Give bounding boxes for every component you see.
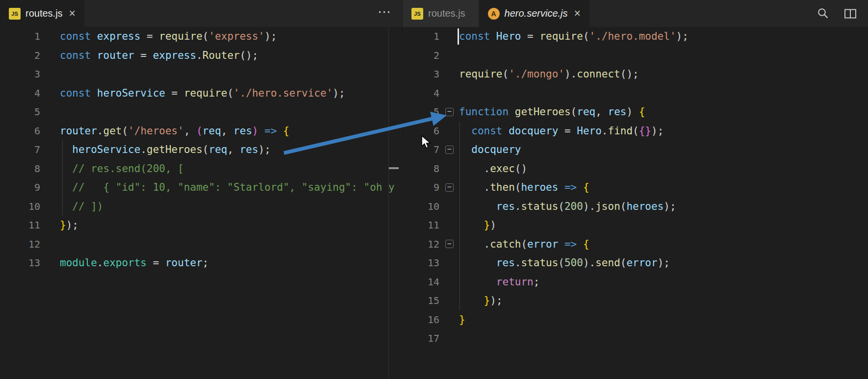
code-text: }); — [459, 295, 503, 306]
js-file-icon: JS — [9, 8, 21, 20]
code-text: function getHeroes(req, res) { — [459, 106, 645, 118]
code-line[interactable]: 11 }) — [403, 216, 868, 235]
code-text: .catch(error => { — [459, 238, 589, 250]
left-code-area[interactable]: 1const express = require('express');2con… — [0, 27, 402, 379]
code-line[interactable]: 1const express = require('express'); — [0, 27, 402, 46]
code-line[interactable]: 2const router = express.Router(); — [0, 46, 402, 65]
fold-collapse-icon[interactable]: − — [439, 240, 459, 248]
search-icon[interactable] — [817, 7, 830, 20]
code-line[interactable]: 9 // { "id": 10, "name": "Starlord", "sa… — [0, 178, 402, 197]
code-line[interactable]: 8 .exec() — [403, 159, 868, 178]
code-text: router.get('/heroes', (req, res) => { — [60, 125, 289, 137]
scrollbar[interactable] — [388, 27, 389, 379]
line-number: 10 — [0, 201, 40, 212]
code-line[interactable]: 6 const docquery = Hero.find({}); — [403, 122, 868, 141]
code-line[interactable]: 5−function getHeroes(req, res) { — [403, 102, 868, 122]
line-number: 5 — [403, 106, 439, 118]
line-number: 14 — [403, 276, 439, 288]
code-text: heroService.getHeroes(req, res); — [60, 144, 271, 155]
line-number: 11 — [0, 219, 40, 231]
code-line[interactable]: 15 }); — [403, 291, 868, 310]
code-text: const heroService = require('./hero.serv… — [60, 87, 345, 99]
line-number: 10 — [403, 201, 439, 212]
line-number: 9 — [0, 181, 40, 193]
code-line[interactable]: 4const heroService = require('./hero.ser… — [0, 84, 402, 103]
js-file-icon: JS — [411, 8, 423, 20]
line-number: 9 — [403, 181, 439, 193]
code-text: const router = express.Router(); — [60, 50, 258, 61]
line-number: 6 — [403, 125, 439, 137]
code-text: // { "id": 10, "name": "Starlord", "sayi… — [60, 181, 395, 193]
tab-routes-js[interactable]: JSroutes.js — [403, 0, 479, 27]
code-line[interactable]: 8 // res.send(200, [ — [0, 159, 402, 178]
right-code-area[interactable]: 1const Hero = require('./hero.model');23… — [403, 27, 868, 379]
code-text: .then(heroes => { — [459, 181, 589, 193]
right-editor-group: JSroutes.jsAhero.service.js× — [402, 0, 868, 379]
code-text: // res.send(200, [ — [60, 163, 184, 175]
code-line[interactable]: 16} — [403, 310, 868, 329]
line-number: 16 — [403, 314, 439, 326]
line-number: 3 — [403, 68, 439, 80]
line-number: 12 — [403, 238, 439, 250]
scrollbar-thumb[interactable] — [389, 167, 399, 169]
code-line[interactable]: 3 — [0, 65, 402, 84]
code-line[interactable]: 10 // ]) — [0, 197, 402, 216]
code-line[interactable]: 3require('./mongo').connect(); — [403, 65, 868, 84]
code-line[interactable]: 9− .then(heroes => { — [403, 178, 868, 197]
code-line[interactable]: 4 — [403, 84, 868, 103]
code-text: const express = require('express'); — [60, 30, 277, 42]
fold-minus-icon: − — [445, 240, 454, 248]
line-number: 6 — [0, 125, 40, 137]
tab-routes-js[interactable]: JSroutes.js× — [0, 0, 85, 27]
code-text: require('./mongo').connect(); — [459, 68, 639, 80]
line-number: 7 — [0, 144, 40, 155]
fold-minus-icon: − — [445, 146, 454, 154]
line-number: 4 — [0, 87, 40, 99]
code-text: res.status(500).send(error); — [459, 257, 670, 269]
fold-collapse-icon[interactable]: − — [439, 108, 459, 116]
line-number: 13 — [403, 257, 439, 269]
indent-guide — [460, 122, 460, 310]
tab-hero-service-js[interactable]: Ahero.service.js× — [479, 0, 590, 27]
code-text: module.exports = router; — [60, 257, 208, 269]
line-number: 17 — [403, 332, 439, 344]
code-line[interactable]: 13module.exports = router; — [0, 253, 402, 273]
code-line[interactable]: 6router.get('/heroes', (req, res) => { — [0, 122, 402, 141]
fold-collapse-icon[interactable]: − — [439, 146, 459, 154]
close-icon[interactable]: × — [68, 8, 77, 19]
text-caret — [458, 28, 459, 45]
line-number: 4 — [403, 87, 439, 99]
line-number: 3 — [0, 68, 40, 80]
line-number: 1 — [403, 30, 439, 42]
code-line[interactable]: 7− docquery — [403, 140, 868, 159]
code-text: }); — [60, 219, 78, 231]
line-number: 15 — [403, 295, 439, 306]
line-number: 8 — [403, 163, 439, 175]
code-line[interactable]: 14 return; — [403, 273, 868, 292]
code-text: .exec() — [459, 163, 527, 175]
split-editor-icon[interactable] — [843, 7, 857, 20]
fold-collapse-icon[interactable]: − — [439, 183, 459, 192]
close-icon[interactable]: × — [573, 8, 582, 19]
code-line[interactable]: 5 — [0, 102, 402, 122]
code-line[interactable]: 13 res.status(500).send(error); — [403, 253, 868, 273]
line-number: 7 — [403, 144, 439, 155]
code-line[interactable]: 17 — [403, 329, 868, 348]
code-line[interactable]: 1const Hero = require('./hero.model'); — [403, 27, 868, 46]
code-line[interactable]: 2 — [403, 46, 868, 65]
code-text: // ]) — [60, 201, 103, 212]
code-line[interactable]: 7 heroService.getHeroes(req, res); — [0, 140, 402, 159]
code-text: const docquery = Hero.find({}); — [459, 125, 664, 137]
code-line[interactable]: 12− .catch(error => { — [403, 235, 868, 254]
line-number: 2 — [0, 50, 40, 61]
code-line[interactable]: 12 — [0, 235, 402, 254]
indent-guide — [62, 140, 63, 216]
left-editor-group: JSroutes.js×⋯ 1const express = require('… — [0, 0, 402, 379]
editor-actions — [817, 0, 868, 27]
tab-label: routes.js — [428, 8, 465, 19]
fold-minus-icon: − — [445, 108, 454, 116]
code-line[interactable]: 10 res.status(200).json(heroes); — [403, 197, 868, 216]
code-line[interactable]: 11}); — [0, 216, 402, 235]
more-actions-button[interactable]: ⋯ — [378, 4, 402, 24]
line-number: 11 — [403, 219, 439, 231]
